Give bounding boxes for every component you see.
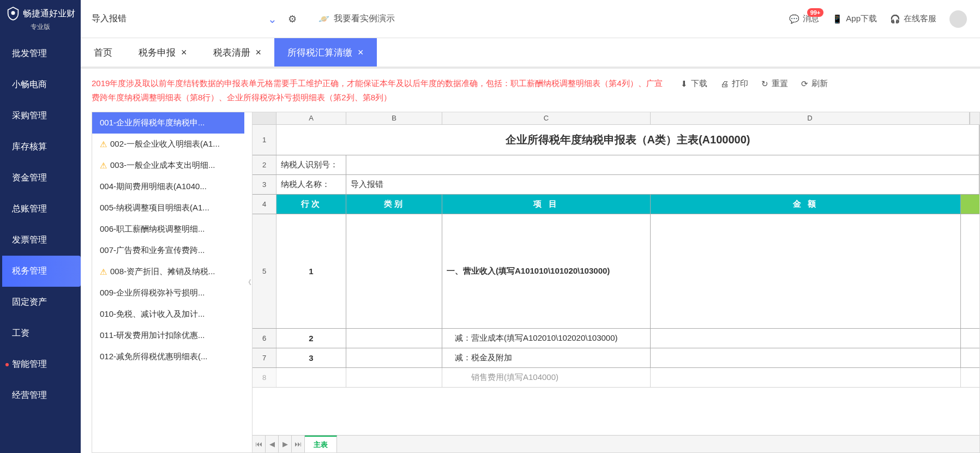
sheet-tab[interactable]: 主表: [305, 436, 337, 452]
cell-extra[interactable]: [961, 214, 979, 328]
sheet-list-item[interactable]: 011-研发费用加计扣除优惠...: [92, 325, 244, 346]
content-area: 首页税务申报×税表清册×所得税汇算清缴× 2019年度涉及取以前年度结转数据的申…: [81, 38, 980, 453]
nav-item[interactable]: 固定资产: [0, 287, 81, 318]
cell-category[interactable]: [346, 214, 442, 328]
demo-link[interactable]: 🪐 我要看实例演示: [318, 13, 395, 25]
close-icon[interactable]: ×: [181, 47, 187, 57]
app-download-button[interactable]: 📱 App下载: [832, 14, 877, 24]
sheet-list-item[interactable]: 010-免税、减计收入及加计...: [92, 304, 244, 325]
nav-item[interactable]: 批发管理: [0, 38, 81, 69]
sheet-list-item[interactable]: ⚠002-一般企业收入明细表(A1...: [92, 134, 244, 155]
grid-body: 1 企业所得税年度纳税申报表（A类）主表(A100000) 2 纳税人识别号： …: [252, 125, 979, 435]
col-header-B[interactable]: B: [346, 112, 442, 124]
cell-item[interactable]: 销售费用(填写A104000): [442, 368, 651, 387]
print-button[interactable]: 🖨 打印: [720, 78, 748, 89]
corner-cell[interactable]: [252, 112, 276, 124]
col-header-A[interactable]: A: [276, 112, 346, 124]
cell-amount[interactable]: [651, 368, 961, 387]
nav-item[interactable]: 总账管理: [0, 194, 81, 225]
close-icon[interactable]: ×: [358, 47, 364, 57]
tab-label: 所得税汇算清缴: [287, 46, 352, 59]
left-nav: 批发管理小畅电商采购管理库存核算资金管理总账管理发票管理税务管理固定资产工资智能…: [0, 38, 81, 453]
sheet-nav-first-icon[interactable]: ⏮: [252, 436, 266, 452]
app-edition: 专业版: [31, 22, 50, 32]
cell-line-no[interactable]: [276, 368, 346, 387]
cell-amount[interactable]: [651, 348, 961, 367]
close-icon[interactable]: ×: [256, 47, 262, 57]
cell-extra[interactable]: [961, 329, 979, 348]
cell-category[interactable]: [346, 348, 442, 367]
sheet-list-item[interactable]: 001-企业所得税年度纳税申...: [92, 112, 244, 134]
taxpayer-name-label[interactable]: 纳税人名称：: [276, 175, 346, 194]
sheet-nav-next-icon[interactable]: ▶: [279, 436, 292, 452]
hdr-extra[interactable]: [961, 195, 979, 214]
grid-row: 3 纳税人名称： 导入报错: [252, 175, 979, 195]
form-title[interactable]: 企业所得税年度纳税申报表（A类）主表(A100000): [276, 125, 979, 155]
cell-category[interactable]: [346, 368, 442, 387]
row-header[interactable]: 6: [252, 329, 276, 348]
sheet-list-item[interactable]: 007-广告费和业务宣传费跨...: [92, 240, 244, 261]
gear-icon[interactable]: ⚙: [288, 13, 297, 25]
cell-amount[interactable]: [651, 214, 961, 328]
row-header[interactable]: 1: [252, 125, 276, 155]
tab[interactable]: 税表清册×: [200, 38, 275, 67]
sheet-nav-last-icon[interactable]: ⏭: [292, 436, 305, 452]
tab[interactable]: 税务申报×: [125, 38, 200, 67]
tab[interactable]: 首页: [81, 38, 125, 67]
sheet-list-item[interactable]: ⚠003-一般企业成本支出明细...: [92, 155, 244, 176]
nav-item[interactable]: 发票管理: [0, 225, 81, 256]
cell-extra[interactable]: [961, 348, 979, 367]
nav-item[interactable]: 资金管理: [0, 162, 81, 194]
col-header-C[interactable]: C: [442, 112, 651, 124]
refresh-button[interactable]: ⟳ 刷新: [801, 78, 828, 89]
cell-line-no[interactable]: 3: [276, 348, 346, 367]
hdr-amount[interactable]: 金 额: [651, 195, 961, 214]
top-search[interactable]: 导入报错 ⌄: [92, 9, 277, 29]
collapse-handle[interactable]: 《: [244, 112, 252, 453]
sheet-list-item[interactable]: 012-减免所得税优惠明细表(...: [92, 346, 244, 367]
nav-item[interactable]: 采购管理: [0, 100, 81, 131]
cell-extra[interactable]: [961, 368, 979, 387]
tab[interactable]: 所得税汇算清缴×: [274, 38, 377, 67]
hdr-category[interactable]: 类别: [346, 195, 442, 214]
cell-category[interactable]: [346, 329, 442, 348]
col-header-D[interactable]: D: [651, 112, 970, 124]
row-header[interactable]: 2: [252, 155, 276, 174]
taxpayer-name-value[interactable]: 导入报错: [346, 175, 979, 194]
nav-item[interactable]: 经营管理: [0, 380, 81, 411]
row-header[interactable]: 4: [252, 195, 276, 214]
sheet-list-item[interactable]: 004-期间费用明细表(A1040...: [92, 176, 244, 197]
nav-item[interactable]: 税务管理: [2, 256, 81, 287]
top-header: 畅捷通好业财 专业版 导入报错 ⌄ ⚙ 🪐 我要看实例演示 💬 消息 99+ 📱…: [0, 0, 980, 38]
download-button[interactable]: ⬇ 下载: [681, 78, 707, 89]
row-header[interactable]: 8: [252, 368, 276, 387]
reset-button[interactable]: ↻ 重置: [761, 78, 788, 89]
cell-item[interactable]: 减：税金及附加: [442, 348, 651, 367]
cell-line-no[interactable]: 2: [276, 329, 346, 348]
cell-item[interactable]: 一、营业收入(填写A101010\101020\103000): [442, 214, 651, 328]
sheet-list-item[interactable]: ⚠008-资产折旧、摊销及纳税...: [92, 261, 244, 282]
cell-line-no[interactable]: 1: [276, 214, 346, 328]
messages-button[interactable]: 💬 消息 99+: [789, 14, 819, 24]
row-header[interactable]: 5: [252, 214, 276, 328]
sheet-list-item[interactable]: 006-职工薪酬纳税调整明细...: [92, 219, 244, 240]
cell-amount[interactable]: [651, 329, 961, 348]
sheet-nav-prev-icon[interactable]: ◀: [266, 436, 279, 452]
support-button[interactable]: 🎧 在线客服: [890, 14, 936, 24]
nav-item[interactable]: 库存核算: [0, 131, 81, 162]
nav-item[interactable]: 智能管理: [0, 349, 81, 380]
sheet-list-item[interactable]: 005-纳税调整项目明细表(A1...: [92, 197, 244, 219]
row-header[interactable]: 3: [252, 175, 276, 194]
taxpayer-id-label[interactable]: 纳税人识别号：: [276, 155, 346, 174]
hdr-item[interactable]: 项 目: [442, 195, 651, 214]
avatar[interactable]: [949, 10, 967, 28]
taxpayer-id-value[interactable]: [346, 155, 979, 174]
cell-item[interactable]: 减：营业成本(填写A102010\102020\103000): [442, 329, 651, 348]
vscroll-track[interactable]: [970, 112, 979, 124]
sheet-list-item[interactable]: 009-企业所得税弥补亏损明...: [92, 282, 244, 304]
hdr-line-no[interactable]: 行次: [276, 195, 346, 214]
chevron-down-icon[interactable]: ⌄: [268, 13, 277, 26]
row-header[interactable]: 7: [252, 348, 276, 367]
nav-item[interactable]: 小畅电商: [0, 69, 81, 100]
nav-item[interactable]: 工资: [0, 318, 81, 349]
